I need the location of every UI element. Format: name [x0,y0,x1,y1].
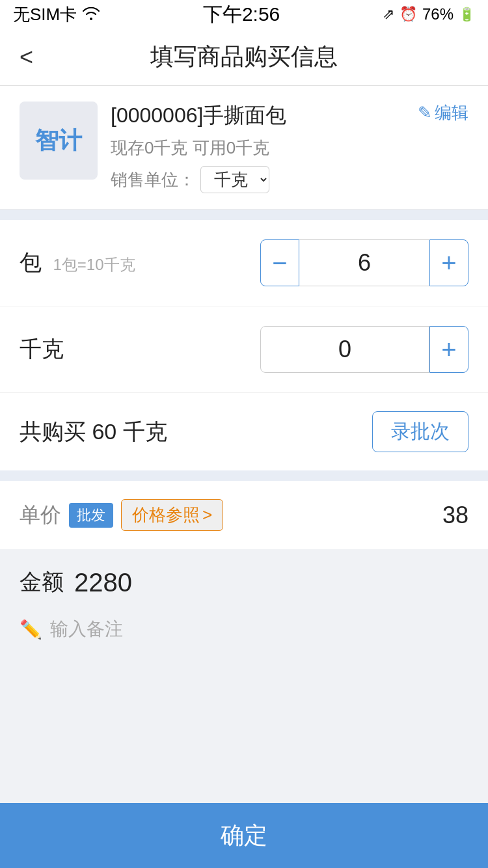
total-row: 共购买 60 千克 录批次 [0,393,488,470]
price-ref-button[interactable]: 价格参照 > [121,499,223,531]
battery-icon: 🔋 [459,7,475,22]
price-label-text: 单价 [20,501,61,530]
divider-2 [0,470,488,481]
amount-section: 金额 2280 ✏️ 输入备注 [0,549,488,655]
price-value: 38 [442,502,468,529]
divider-1 [0,210,488,220]
kg-plus-button[interactable]: + [429,326,468,373]
confirm-bar[interactable]: 确定 [0,803,488,868]
bao-sublabel: 1包=10千克 [53,256,135,273]
price-type-tag: 批发 [69,503,113,528]
edit-icon: ✎ [418,103,432,123]
back-button[interactable]: < [20,44,33,71]
battery-text: 76% [422,5,454,23]
kg-input-row: 千克 + [0,306,488,393]
carrier-text: 无SIM卡 [13,3,77,26]
bao-plus-button[interactable]: + [429,239,468,286]
product-logo: 智计 [35,125,82,157]
status-carrier: 无SIM卡 [13,3,100,26]
product-info: [0000006]手撕面包 现存0千克 可用0千克 销售单位： 千克 [111,102,405,193]
bao-minus-button[interactable]: − [260,239,299,286]
alarm-icon: ⏰ [400,6,417,23]
price-section: 单价 批发 价格参照 > 38 [0,481,488,549]
price-ref-arrow: > [202,505,212,525]
location-icon: ⇗ [383,6,394,23]
bao-qty-control: − + [260,239,468,286]
status-bar: 无SIM卡 下午2:56 ⇗ ⏰ 76% 🔋 [0,0,488,29]
bao-label: 包 1包=10千克 [20,248,260,278]
wifi-icon [82,5,100,25]
note-text: 输入备注 [50,617,123,642]
bao-label-text: 包 [20,250,42,275]
bao-input-row: 包 1包=10千克 − + [0,220,488,306]
bao-qty-input[interactable] [299,239,429,286]
total-label: 共购买 60 千克 [20,417,167,447]
confirm-button-label: 确定 [221,820,267,852]
amount-row: 金额 2280 [20,567,468,597]
amount-value: 2280 [74,568,132,597]
price-label: 单价 批发 价格参照 > [20,499,223,531]
product-unit: 销售单位： 千克 [111,166,405,193]
price-row: 单价 批发 价格参照 > 38 [20,499,468,531]
price-ref-text: 价格参照 [132,504,200,526]
product-name: [0000006]手撕面包 [111,102,405,130]
product-stock: 现存0千克 可用0千克 [111,137,405,159]
note-icon: ✏️ [20,619,42,640]
edit-label: 编辑 [435,102,468,124]
nav-bar: < 填写商品购买信息 [0,29,488,86]
product-card: 智计 [0000006]手撕面包 现存0千克 可用0千克 销售单位： 千克 ✎ … [0,86,488,210]
kg-label: 千克 [20,334,260,364]
kg-qty-control: + [260,326,468,373]
note-row[interactable]: ✏️ 输入备注 [20,610,468,655]
unit-label: 销售单位： [111,169,195,191]
kg-qty-input[interactable] [260,326,429,373]
status-time: 下午2:56 [203,1,280,28]
amount-label: 金额 [20,567,64,597]
product-thumbnail: 智计 [20,102,98,180]
unit-select[interactable]: 千克 [200,166,269,193]
batch-button[interactable]: 录批次 [372,411,468,452]
input-section: 包 1包=10千克 − + 千克 + [0,220,488,393]
status-right: ⇗ ⏰ 76% 🔋 [383,5,475,23]
page-title: 填写商品购买信息 [150,41,338,73]
edit-button[interactable]: ✎ 编辑 [418,102,468,124]
